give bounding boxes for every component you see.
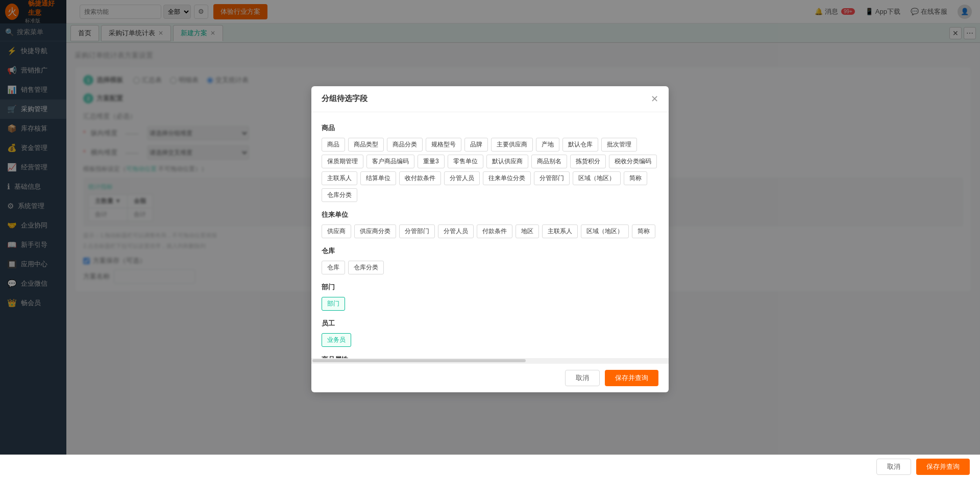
tag-地区[interactable]: 地区 bbox=[516, 224, 539, 238]
tag-供应商[interactable]: 供应商 bbox=[322, 224, 351, 238]
tag-客户商品编码[interactable]: 客户商品编码 bbox=[366, 155, 414, 168]
tags-grid-department: 部门 bbox=[322, 297, 658, 311]
tag-简称-p[interactable]: 简称 bbox=[624, 171, 647, 185]
modal-horizontal-scrollbar[interactable] bbox=[311, 358, 669, 363]
tags-grid-warehouse: 仓库 仓库分类 bbox=[322, 261, 658, 274]
tag-商品分类[interactable]: 商品分类 bbox=[387, 138, 423, 152]
tag-区域地区[interactable]: 区域（地区） bbox=[581, 224, 629, 238]
bottom-save-button[interactable]: 保存并查询 bbox=[916, 459, 970, 475]
tag-付款条件[interactable]: 付款条件 bbox=[477, 224, 512, 238]
tag-简称[interactable]: 简称 bbox=[632, 224, 655, 238]
modal-overlay: 分组待选字段 ✕ 商品 商品 商品类型 商品分类 规格型号 品牌 主要供应商 产… bbox=[0, 0, 980, 478]
tag-零售单位[interactable]: 零售单位 bbox=[448, 155, 483, 168]
tag-主联系人[interactable]: 主联系人 bbox=[542, 224, 578, 238]
tag-区域地区-p[interactable]: 区域（地区） bbox=[573, 171, 621, 185]
tag-供应商分类[interactable]: 供应商分类 bbox=[354, 224, 396, 238]
tag-拣货积分[interactable]: 拣货积分 bbox=[570, 155, 606, 168]
bottom-bar: 取消 保存并查询 bbox=[0, 455, 980, 478]
tag-分管部门-p[interactable]: 分管部门 bbox=[534, 171, 570, 185]
tag-仓库分类[interactable]: 仓库分类 bbox=[348, 261, 384, 274]
tag-税收分类编码[interactable]: 税收分类编码 bbox=[609, 155, 657, 168]
tags-grid-employee: 业务员 bbox=[322, 333, 658, 347]
modal-body: 商品 商品 商品类型 商品分类 规格型号 品牌 主要供应商 产地 默认仓库 批次… bbox=[311, 112, 669, 358]
tag-重量3[interactable]: 重量3 bbox=[418, 155, 445, 168]
tag-品牌[interactable]: 品牌 bbox=[464, 138, 488, 152]
tag-业务员[interactable]: 业务员 bbox=[322, 333, 351, 347]
modal-hscroll-thumb bbox=[312, 359, 526, 362]
tag-结算单位[interactable]: 结算单位 bbox=[360, 171, 396, 185]
section-title-商品: 商品 bbox=[322, 123, 658, 133]
tags-grid-product: 商品 商品类型 商品分类 规格型号 品牌 主要供应商 产地 默认仓库 批次管理 … bbox=[322, 138, 658, 202]
modal-header: 分组待选字段 ✕ bbox=[311, 86, 669, 112]
modal-close-button[interactable]: ✕ bbox=[651, 93, 658, 105]
modal-dialog: 分组待选字段 ✕ 商品 商品 商品类型 商品分类 规格型号 品牌 主要供应商 产… bbox=[311, 86, 669, 392]
tag-仓库[interactable]: 仓库 bbox=[322, 261, 345, 274]
tags-grid-partner: 供应商 供应商分类 分管部门 分管人员 付款条件 地区 主联系人 区域（地区） … bbox=[322, 224, 658, 238]
tag-部门[interactable]: 部门 bbox=[322, 297, 345, 311]
tag-往来单位分类[interactable]: 往来单位分类 bbox=[483, 171, 531, 185]
tag-主联系人-p[interactable]: 主联系人 bbox=[322, 171, 357, 185]
tag-商品类型[interactable]: 商品类型 bbox=[348, 138, 384, 152]
tag-收付款条件[interactable]: 收付款条件 bbox=[399, 171, 441, 185]
tag-产地[interactable]: 产地 bbox=[536, 138, 559, 152]
tag-分管部门[interactable]: 分管部门 bbox=[399, 224, 435, 238]
tag-商品[interactable]: 商品 bbox=[322, 138, 345, 152]
tag-默认仓库[interactable]: 默认仓库 bbox=[562, 138, 598, 152]
section-title-往来单位: 往来单位 bbox=[322, 210, 658, 219]
modal-footer: 取消 保存并查询 bbox=[311, 363, 669, 392]
tag-分管人员-p[interactable]: 分管人员 bbox=[444, 171, 480, 185]
tag-主要供应商[interactable]: 主要供应商 bbox=[491, 138, 533, 152]
tag-商品别名[interactable]: 商品别名 bbox=[531, 155, 567, 168]
tag-规格型号[interactable]: 规格型号 bbox=[426, 138, 461, 152]
tag-仓库分类-p[interactable]: 仓库分类 bbox=[322, 188, 357, 202]
tag-分管人员[interactable]: 分管人员 bbox=[438, 224, 474, 238]
section-title-仓库: 仓库 bbox=[322, 246, 658, 256]
section-title-员工: 员工 bbox=[322, 319, 658, 328]
modal-title: 分组待选字段 bbox=[322, 94, 368, 104]
modal-save-button[interactable]: 保存并查询 bbox=[605, 370, 658, 386]
tag-批次管理[interactable]: 批次管理 bbox=[601, 138, 637, 152]
tag-保质期管理[interactable]: 保质期管理 bbox=[322, 155, 363, 168]
bottom-cancel-button[interactable]: 取消 bbox=[876, 459, 911, 475]
section-title-部门: 部门 bbox=[322, 283, 658, 292]
tag-默认供应商[interactable]: 默认供应商 bbox=[486, 155, 528, 168]
modal-cancel-button[interactable]: 取消 bbox=[565, 370, 600, 386]
